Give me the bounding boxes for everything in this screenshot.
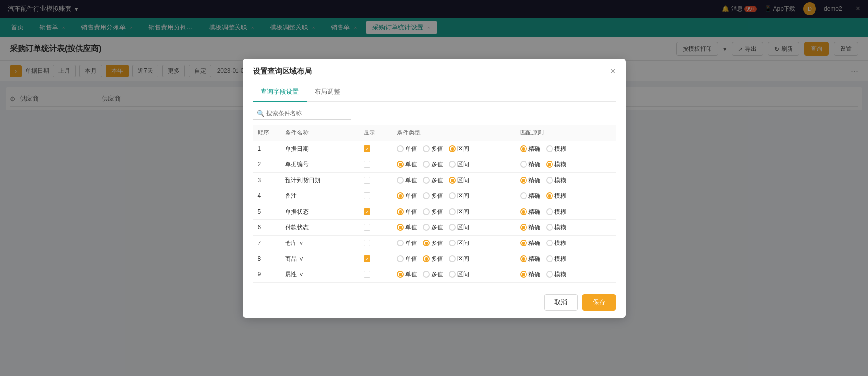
type-radio-item[interactable]: 单值 — [397, 223, 417, 232]
show-checkbox[interactable]: ✓ — [364, 208, 370, 215]
radio-label: 区间 — [457, 161, 469, 169]
type-radio-item[interactable]: 区间 — [449, 255, 469, 263]
tab-layout[interactable]: 布局调整 — [307, 82, 348, 102]
show-checkbox[interactable] — [364, 271, 370, 278]
match-radio-item[interactable]: 模糊 — [546, 208, 566, 216]
radio-circle — [546, 271, 553, 278]
type-radio-item[interactable]: 区间 — [449, 192, 469, 200]
match-radio-item[interactable]: 模糊 — [546, 239, 566, 247]
settings-table: 顺序 条件名称 显示 条件类型 匹配原则 1单据日期✓单值多值区间精确模糊2单据… — [253, 125, 616, 278]
th-name: 条件名称 — [280, 125, 358, 141]
match-radio-item[interactable]: 模糊 — [546, 255, 566, 263]
radio-label: 区间 — [457, 145, 469, 153]
search-input[interactable] — [266, 110, 345, 117]
radio-label: 单值 — [405, 161, 417, 169]
match-radio-item[interactable]: 精确 — [520, 255, 540, 263]
type-radio-item[interactable]: 区间 — [449, 223, 469, 232]
type-radio-item[interactable]: 多值 — [423, 239, 443, 247]
match-radio-item[interactable]: 精确 — [520, 208, 540, 216]
type-radio-item[interactable]: 多值 — [423, 176, 443, 185]
type-radio-item[interactable]: 区间 — [449, 176, 469, 185]
type-radio-item[interactable]: 多值 — [423, 192, 443, 200]
cell-match: 精确模糊 — [515, 188, 616, 204]
cell-match: 精确模糊 — [515, 172, 616, 188]
table-row: 9属性 ∨单值多值区间精确模糊 — [253, 267, 616, 278]
cell-name: 单据状态 — [280, 204, 358, 219]
radio-circle — [449, 271, 456, 278]
table-row: 2单据编号单值多值区间精确模糊 — [253, 157, 616, 172]
cell-match: 精确模糊 — [515, 219, 616, 235]
match-radio-item[interactable]: 模糊 — [546, 223, 566, 232]
radio-circle — [546, 208, 553, 215]
type-radio-item[interactable]: 单值 — [397, 239, 417, 247]
table-row: 4备注单值多值区间精确模糊 — [253, 188, 616, 204]
match-radio-item[interactable]: 模糊 — [546, 192, 566, 200]
type-radio-item[interactable]: 多值 — [423, 161, 443, 169]
match-radio-item[interactable]: 模糊 — [546, 161, 566, 169]
type-radio-item[interactable]: 多值 — [423, 208, 443, 216]
type-radio-item[interactable]: 区间 — [449, 239, 469, 247]
modal-close-button[interactable]: × — [610, 67, 616, 76]
match-radio-item[interactable]: 精确 — [520, 270, 540, 278]
radio-label: 多值 — [431, 176, 443, 185]
radio-circle — [520, 271, 527, 278]
type-radio-item[interactable]: 多值 — [423, 270, 443, 278]
cell-show: ✓ — [359, 141, 392, 157]
radio-label: 精确 — [528, 192, 540, 200]
radio-label: 单值 — [405, 145, 417, 153]
match-radio-item[interactable]: 精确 — [520, 192, 540, 200]
radio-label: 模糊 — [554, 208, 566, 216]
cell-order: 1 — [253, 141, 281, 157]
modal-title: 设置查询区域布局 — [253, 67, 312, 76]
cell-name: 单据编号 — [280, 157, 358, 172]
type-radio-item[interactable]: 多值 — [423, 255, 443, 263]
show-checkbox[interactable] — [364, 240, 370, 246]
type-radio-item[interactable]: 区间 — [449, 145, 469, 153]
radio-circle — [449, 240, 456, 246]
match-radio-item[interactable]: 模糊 — [546, 145, 566, 153]
cell-order: 2 — [253, 157, 281, 172]
table-row: 7仓库 ∨单值多值区间精确模糊 — [253, 235, 616, 251]
radio-circle — [423, 208, 430, 215]
type-radio-item[interactable]: 区间 — [449, 270, 469, 278]
type-radio-item[interactable]: 单值 — [397, 161, 417, 169]
show-checkbox[interactable] — [364, 224, 370, 231]
table-row: 1单据日期✓单值多值区间精确模糊 — [253, 141, 616, 157]
th-show: 显示 — [359, 125, 392, 141]
type-radio-item[interactable]: 多值 — [423, 223, 443, 232]
radio-circle — [423, 161, 430, 168]
type-radio-item[interactable]: 多值 — [423, 145, 443, 153]
type-radio-item[interactable]: 区间 — [449, 161, 469, 169]
radio-circle — [449, 145, 456, 152]
show-checkbox[interactable] — [364, 192, 370, 199]
match-radio-item[interactable]: 精确 — [520, 223, 540, 232]
match-radio-item[interactable]: 模糊 — [546, 176, 566, 185]
type-radio-item[interactable]: 单值 — [397, 192, 417, 200]
match-radio-item[interactable]: 精确 — [520, 239, 540, 247]
cell-name: 付款状态 — [280, 219, 358, 235]
radio-circle — [546, 240, 553, 246]
match-radio-item[interactable]: 模糊 — [546, 270, 566, 278]
show-checkbox[interactable]: ✓ — [364, 255, 370, 262]
cell-match: 精确模糊 — [515, 141, 616, 157]
match-radio-item[interactable]: 精确 — [520, 145, 540, 153]
show-checkbox[interactable] — [364, 177, 370, 184]
type-radio-item[interactable]: 单值 — [397, 208, 417, 216]
radio-circle — [423, 145, 430, 152]
type-radio-item[interactable]: 单值 — [397, 270, 417, 278]
type-radio-item[interactable]: 单值 — [397, 255, 417, 263]
radio-label: 多值 — [431, 208, 443, 216]
tab-query-fields[interactable]: 查询字段设置 — [253, 82, 307, 102]
type-radio-item[interactable]: 单值 — [397, 176, 417, 185]
cell-name: 仓库 ∨ — [280, 235, 358, 251]
show-checkbox[interactable]: ✓ — [364, 145, 370, 152]
type-radio-item[interactable]: 单值 — [397, 145, 417, 153]
type-radio-item[interactable]: 区间 — [449, 208, 469, 216]
match-radio-item[interactable]: 精确 — [520, 176, 540, 185]
radio-label: 精确 — [528, 145, 540, 153]
radio-circle — [423, 240, 430, 246]
radio-label: 精确 — [528, 223, 540, 232]
show-checkbox[interactable] — [364, 161, 370, 168]
match-radio-item[interactable]: 精确 — [520, 161, 540, 169]
cell-order: 9 — [253, 267, 281, 278]
